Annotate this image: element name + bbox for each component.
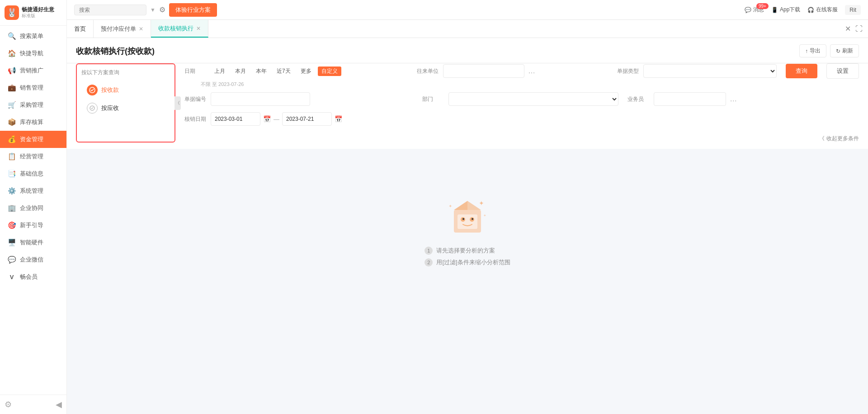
filter-panel: 按以下方案查询 按收款 xyxy=(67,63,868,149)
date-range: 📅 — 📅 xyxy=(211,112,342,126)
doctype-select[interactable] xyxy=(643,64,777,78)
date-btn-this-year[interactable]: 本年 xyxy=(252,67,270,76)
query-btn[interactable]: 查询 xyxy=(786,64,817,78)
industry-btn[interactable]: 体验行业方案 xyxy=(169,3,217,17)
tip-num-1: 1 xyxy=(425,247,433,255)
sidebar-settings-icon[interactable]: ⚙ xyxy=(5,400,12,409)
sidebar-item-marketing[interactable]: 📢 营销推广 xyxy=(0,62,66,79)
sales-nav-icon: 💼 xyxy=(7,84,16,92)
sidebar-item-wechat[interactable]: 💬 企业微信 xyxy=(0,251,66,268)
main-area: ▼ ⚙ 体验行业方案 💬 消息 99+ 📱 App下载 🎧 在线客服 Rit 首… xyxy=(67,0,868,414)
topbar-search-input[interactable] xyxy=(74,5,146,15)
filter-panel-title: 按以下方案查询 xyxy=(81,69,170,76)
partner-input[interactable] xyxy=(443,64,524,78)
cooperation-nav-icon: 🏢 xyxy=(7,204,16,212)
tab-home[interactable]: 首页 xyxy=(67,20,94,38)
doctype-filter-label: 单据类型 xyxy=(617,67,640,75)
sidebar-item-cooperation[interactable]: 🏢 企业协同 xyxy=(0,200,66,217)
logo-icon: 🐰 xyxy=(5,5,19,20)
content-area: 收款核销执行(按收款) ↑ 导出 ↻ 刷新 xyxy=(67,38,868,414)
filter-collapse-btn[interactable]: 《 xyxy=(175,96,181,110)
topbar-service-btn[interactable]: 🎧 在线客服 xyxy=(807,6,838,14)
tab-close-btn[interactable]: ✕ xyxy=(845,24,851,33)
calendar-end-icon[interactable]: 📅 xyxy=(335,115,342,123)
tab-collection-close-icon[interactable]: ✕ xyxy=(196,25,201,32)
date-custom-badge[interactable]: 自定义 xyxy=(318,67,341,76)
dept-select[interactable] xyxy=(448,92,618,106)
collapse-more-btn[interactable]: 《 收起更多条件 xyxy=(819,135,859,143)
staff-filter-label: 业务员 xyxy=(627,95,650,103)
tab-prepay-label: 预付冲应付单 xyxy=(101,25,136,33)
tab-prepay[interactable]: 预付冲应付单 ✕ xyxy=(94,20,151,38)
topbar-message-btn[interactable]: 💬 消息 99+ xyxy=(745,6,764,14)
svg-text:✦: ✦ xyxy=(448,204,452,209)
filter-field-voucher: 单据编号 xyxy=(184,92,413,106)
sidebar-collapse-icon[interactable]: ◀ xyxy=(56,400,62,409)
hardware-nav-icon: 🖥️ xyxy=(7,238,16,247)
sidebar-item-basic[interactable]: 📑 基础信息 xyxy=(0,165,66,182)
verify-date-end-input[interactable] xyxy=(282,112,332,126)
date-btn-more[interactable]: 更多 xyxy=(297,67,315,76)
sidebar-item-search[interactable]: 🔍 搜索菜单 xyxy=(0,28,66,45)
voucher-input[interactable] xyxy=(211,92,310,106)
date-quick-btns: 上月 本月 本年 近7天 更多 自定义 xyxy=(211,67,341,76)
tab-collection[interactable]: 收款核销执行 ✕ xyxy=(151,20,208,38)
sidebar-item-label: 搜索菜单 xyxy=(20,32,43,40)
sidebar-item-sales[interactable]: 💼 销售管理 xyxy=(0,79,66,96)
sidebar-item-hardware[interactable]: 🖥️ 智能硬件 xyxy=(0,234,66,251)
filter-option-receivable[interactable]: 按应收 xyxy=(81,99,170,117)
sidebar-bottom: ⚙ ◀ xyxy=(0,395,66,414)
chevron-down-icon: ▼ xyxy=(150,7,156,13)
sidebar-item-finance[interactable]: 💰 资金管理 xyxy=(0,131,66,148)
tab-spacer xyxy=(208,20,840,38)
svg-text:✦: ✦ xyxy=(483,214,486,218)
settings-btn[interactable]: 设置 xyxy=(826,63,859,79)
staff-input[interactable] xyxy=(654,92,726,106)
sidebar-item-member[interactable]: V 畅会员 xyxy=(0,268,66,286)
topbar-user[interactable]: Rit xyxy=(845,5,861,15)
receivable-option-icon xyxy=(87,103,98,114)
wechat-nav-icon: 💬 xyxy=(7,256,16,264)
sidebar-item-inventory[interactable]: 📦 库存核算 xyxy=(0,114,66,131)
search-nav-icon: 🔍 xyxy=(7,32,16,40)
inventory-nav-icon: 📦 xyxy=(7,118,16,126)
empty-tip-1: 1 请先选择要分析的方案 xyxy=(425,247,510,255)
sidebar-item-purchase[interactable]: 🛒 采购管理 xyxy=(0,96,66,114)
empty-tips: 1 请先选择要分析的方案 2 用[过滤]条件来缩小分析范围 xyxy=(425,247,510,266)
partner-more-icon[interactable]: … xyxy=(528,67,535,75)
sidebar-item-system[interactable]: ⚙️ 系统管理 xyxy=(0,182,66,200)
sidebar-item-label: 新手引导 xyxy=(20,221,43,229)
sidebar-item-guide[interactable]: 🎯 新手引导 xyxy=(0,217,66,234)
topbar-app-btn[interactable]: 📱 App下载 xyxy=(771,6,800,14)
topbar-gear-icon[interactable]: ⚙ xyxy=(159,5,165,14)
sidebar-item-shortcut[interactable]: 🏠 快捷导航 xyxy=(0,45,66,62)
filter-row-3: 核销日期 📅 — 📅 xyxy=(184,112,859,126)
date-filter-label: 日期 xyxy=(184,67,207,75)
sidebar-item-label: 资金管理 xyxy=(20,135,43,143)
home-nav-icon: 🏠 xyxy=(7,49,16,57)
sidebar-item-label: 销售管理 xyxy=(20,84,43,92)
verify-date-start-input[interactable] xyxy=(211,112,260,126)
guide-nav-icon: 🎯 xyxy=(7,221,16,229)
date-btn-7days[interactable]: 近7天 xyxy=(273,67,294,76)
tab-prepay-close-icon[interactable]: ✕ xyxy=(139,26,143,32)
filter-option-receipt[interactable]: 按收款 xyxy=(81,81,170,99)
refresh-btn[interactable]: ↻ 刷新 xyxy=(830,44,859,57)
date-btn-last-month[interactable]: 上月 xyxy=(211,67,229,76)
receipt-option-label: 按收款 xyxy=(101,86,119,94)
sidebar-nav: 🔍 搜索菜单 🏠 快捷导航 📢 营销推广 💼 销售管理 🛒 采购管理 📦 库存核… xyxy=(0,26,66,395)
export-icon: ↑ xyxy=(805,48,808,54)
calendar-start-icon[interactable]: 📅 xyxy=(263,115,271,123)
staff-more-icon[interactable]: … xyxy=(730,95,737,103)
tab-expand-btn[interactable]: ⛶ xyxy=(855,25,863,33)
sidebar-item-operation[interactable]: 📋 经营管理 xyxy=(0,148,66,165)
app-icon: 📱 xyxy=(771,7,778,13)
svg-marker-3 xyxy=(454,201,467,210)
filter-row-1: 日期 上月 本月 本年 近7天 更多 自定义 xyxy=(184,63,859,79)
export-btn[interactable]: ↑ 导出 xyxy=(799,44,826,57)
refresh-icon: ↻ xyxy=(836,48,840,54)
filter-field-verify-date: 核销日期 📅 — 📅 xyxy=(184,112,443,126)
member-nav-icon: V xyxy=(7,274,16,281)
filter-field-dept: 部门 xyxy=(422,92,618,106)
date-btn-this-month[interactable]: 本月 xyxy=(231,67,250,76)
